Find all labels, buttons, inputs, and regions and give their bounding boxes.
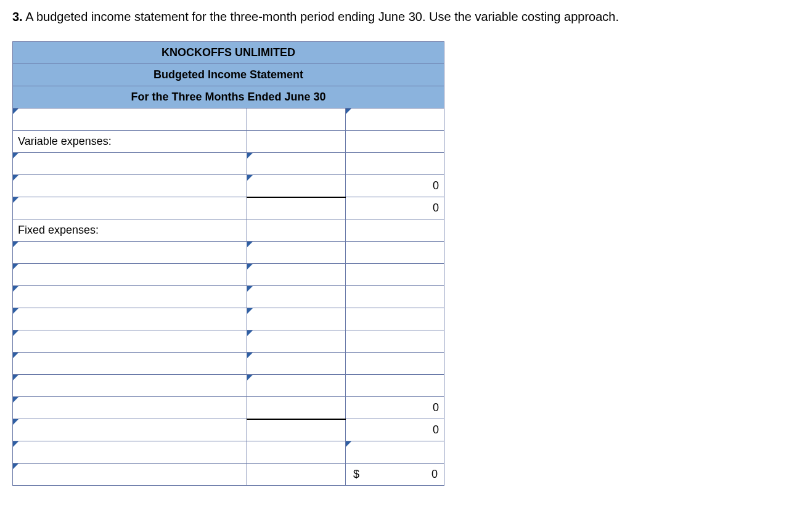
amount-cell — [346, 330, 444, 353]
computed-total: 0 — [346, 197, 444, 219]
income-statement-table: KNOCKOFFS UNLIMITED Budgeted Income Stat… — [12, 41, 444, 486]
amount-cell[interactable] — [247, 264, 346, 286]
line-item-select[interactable] — [13, 353, 247, 375]
fixed-expenses-label: Fixed expenses: — [13, 219, 247, 242]
amount-cell — [346, 308, 444, 330]
amount-cell — [346, 131, 444, 153]
amount-cell[interactable] — [247, 153, 346, 175]
amount-cell — [247, 131, 346, 153]
amount-cell — [247, 441, 346, 464]
line-item-select[interactable] — [13, 242, 247, 264]
line-item-select[interactable] — [13, 330, 247, 353]
question-prompt: 3. A budgeted income statement for the t… — [12, 9, 777, 25]
header-title: Budgeted Income Statement — [13, 64, 444, 86]
amount-cell — [247, 197, 346, 219]
amount-cell — [346, 242, 444, 264]
grand-total-value: 0 — [431, 468, 439, 481]
line-item-select[interactable] — [13, 308, 247, 330]
amount-cell[interactable] — [247, 242, 346, 264]
computed-total: 0 — [346, 419, 444, 441]
grand-total: $ 0 — [346, 464, 444, 486]
line-item-select[interactable] — [13, 419, 247, 441]
line-item-select[interactable] — [13, 441, 247, 464]
line-item-select[interactable] — [13, 197, 247, 219]
computed-total: 0 — [346, 175, 444, 197]
header-period: For the Three Months Ended June 30 — [13, 86, 444, 108]
line-item-select[interactable] — [13, 175, 247, 197]
question-text: A budgeted income statement for the thre… — [25, 10, 619, 23]
line-item-select[interactable] — [13, 108, 247, 131]
amount-cell — [346, 219, 444, 242]
amount-cell — [346, 375, 444, 397]
amount-cell — [346, 264, 444, 286]
amount-cell[interactable] — [247, 330, 346, 353]
line-item-select[interactable] — [13, 464, 247, 486]
amount-cell[interactable] — [247, 175, 346, 197]
line-item-select[interactable] — [13, 153, 247, 175]
amount-cell[interactable] — [247, 375, 346, 397]
line-item-select[interactable] — [13, 375, 247, 397]
variable-expenses-label: Variable expenses: — [13, 131, 247, 153]
amount-cell — [247, 397, 346, 419]
line-item-select[interactable] — [13, 286, 247, 308]
amount-cell[interactable] — [247, 308, 346, 330]
amount-cell[interactable] — [346, 108, 444, 131]
amount-cell — [247, 464, 346, 486]
header-company: KNOCKOFFS UNLIMITED — [13, 42, 444, 64]
computed-total: 0 — [346, 397, 444, 419]
question-number: 3. — [12, 10, 23, 23]
currency-symbol: $ — [351, 468, 359, 481]
amount-cell — [247, 219, 346, 242]
line-item-select[interactable] — [13, 397, 247, 419]
amount-cell — [247, 419, 346, 441]
amount-cell[interactable] — [247, 353, 346, 375]
amount-cell — [346, 353, 444, 375]
amount-cell[interactable] — [346, 441, 444, 464]
line-item-select[interactable] — [13, 264, 247, 286]
amount-cell[interactable] — [247, 286, 346, 308]
amount-cell — [346, 286, 444, 308]
amount-cell — [346, 153, 444, 175]
amount-cell[interactable] — [247, 108, 346, 131]
